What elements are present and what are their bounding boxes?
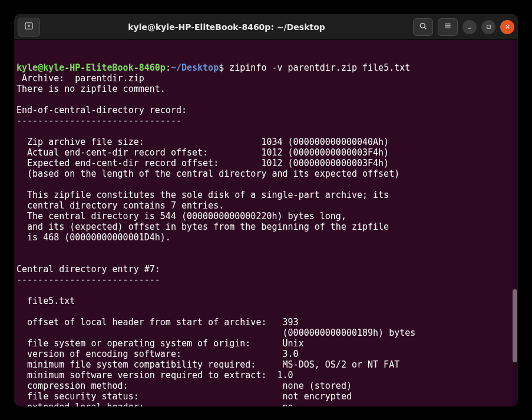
output-line bbox=[16, 126, 516, 137]
svg-rect-9 bbox=[487, 25, 490, 29]
output-line: file5.txt bbox=[16, 296, 516, 306]
output-line bbox=[16, 253, 516, 264]
prompt-user-host: kyle@kyle-HP-EliteBook-8460p bbox=[16, 62, 166, 73]
output-line: Central directory entry #7: bbox=[16, 264, 516, 275]
titlebar: kyle@kyle-HP-EliteBook-8460p: ~/Desktop bbox=[14, 14, 518, 40]
minimize-button[interactable] bbox=[462, 20, 477, 34]
output-line: (0000000000000189h) bytes bbox=[16, 328, 516, 338]
output-line bbox=[16, 179, 516, 190]
output-line: Archive: parentdir.zip bbox=[16, 73, 516, 84]
prompt-colon: : bbox=[166, 62, 171, 73]
output-line: End-of-central-directory record: bbox=[16, 105, 516, 115]
output-line: file system or operating system of origi… bbox=[16, 338, 516, 349]
output-line: minimum file system compatibility requir… bbox=[16, 359, 516, 370]
new-tab-icon bbox=[24, 21, 34, 34]
output-line: compression method: none (stored) bbox=[16, 381, 516, 391]
terminal-viewport[interactable]: kyle@kyle-HP-EliteBook-8460p:~/Desktop$ … bbox=[14, 40, 518, 406]
output-line: --------------------------- bbox=[16, 275, 516, 285]
output-line: version of encoding software: 3.0 bbox=[16, 349, 516, 359]
search-button[interactable] bbox=[413, 18, 433, 36]
output-line: ------------------------------- bbox=[16, 115, 516, 126]
output-line: The central directory is 544 (0000000000… bbox=[16, 211, 516, 221]
output-line: file security status: not encrypted bbox=[16, 391, 516, 402]
output-line: is 468 (00000000000001D4h). bbox=[16, 232, 516, 243]
output-line: offset of local header from start of arc… bbox=[16, 317, 516, 328]
output-line: (based on the length of the central dire… bbox=[16, 168, 516, 179]
output-line bbox=[16, 94, 516, 105]
output-line: This zipfile constitutes the sole disk o… bbox=[16, 190, 516, 200]
output-line: extended local header: no bbox=[16, 402, 516, 406]
maximize-button[interactable] bbox=[481, 20, 495, 34]
output-line bbox=[16, 243, 516, 253]
window-title: kyle@kyle-HP-EliteBook-8460p: ~/Desktop bbox=[40, 22, 413, 32]
output-line: Actual end-cent-dir record offset: 1012 … bbox=[16, 147, 516, 158]
output-line: central directory contains 7 entries. bbox=[16, 200, 516, 211]
output-line bbox=[16, 306, 516, 317]
maximize-icon bbox=[485, 21, 492, 32]
svg-line-4 bbox=[424, 27, 426, 29]
command-text: zipinfo -v parentdir.zip file5.txt bbox=[224, 62, 410, 73]
output-line bbox=[16, 285, 516, 296]
svg-point-3 bbox=[420, 23, 425, 28]
new-tab-button[interactable] bbox=[18, 18, 40, 37]
prompt-dollar: $ bbox=[219, 62, 224, 73]
close-icon bbox=[504, 21, 511, 32]
terminal-content: kyle@kyle-HP-EliteBook-8460p:~/Desktop$ … bbox=[16, 62, 516, 406]
output-line: There is no zipfile comment. bbox=[16, 84, 516, 94]
prompt-path: ~/Desktop bbox=[171, 62, 219, 73]
terminal-window: kyle@kyle-HP-EliteBook-8460p: ~/Desktop bbox=[14, 14, 518, 406]
output-line: and its (expected) offset in bytes from … bbox=[16, 221, 516, 232]
scrollbar-track[interactable] bbox=[512, 40, 518, 406]
scrollbar-thumb[interactable] bbox=[513, 289, 517, 362]
output-line: Zip archive file size: 1034 (00000000000… bbox=[16, 137, 516, 147]
prompt-line: kyle@kyle-HP-EliteBook-8460p:~/Desktop$ … bbox=[16, 62, 516, 73]
close-button[interactable] bbox=[500, 20, 514, 34]
titlebar-right bbox=[413, 18, 514, 36]
search-icon bbox=[418, 21, 428, 33]
titlebar-left bbox=[18, 18, 40, 37]
output-line: Expected end-cent-dir record offset: 101… bbox=[16, 158, 516, 168]
hamburger-icon bbox=[443, 21, 452, 33]
menu-button[interactable] bbox=[438, 18, 458, 36]
output-line: minimum software version required to ext… bbox=[16, 370, 516, 381]
minimize-icon bbox=[466, 21, 473, 32]
